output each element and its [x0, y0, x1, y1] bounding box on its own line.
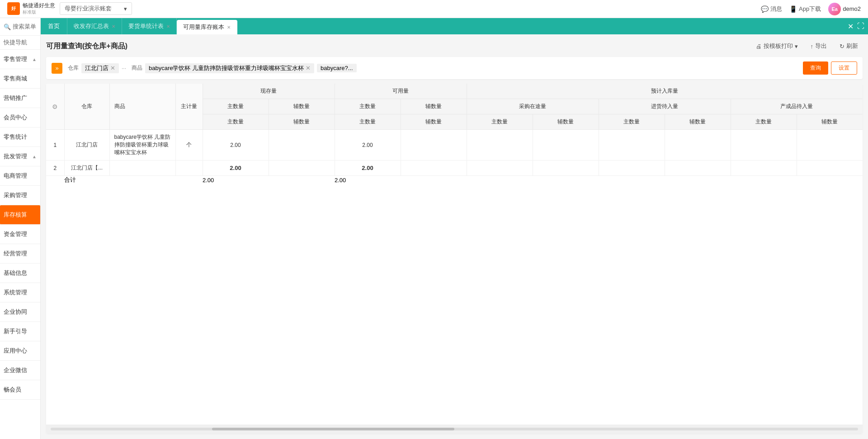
summary-label: 合计	[64, 176, 203, 184]
warehouse-tag[interactable]: 江北门店 ✕	[81, 63, 119, 73]
sidebar-item-purchase[interactable]: 采购管理	[0, 186, 40, 205]
sidebar-item-app-center[interactable]: 应用中心	[0, 341, 40, 361]
cell-avail-main-2: 2.00	[335, 160, 401, 176]
product-filter-group: 商品 babycare学饮杯 儿童防摔防撞吸管杯重力球吸嘴杯宝宝水杯 ✕ bab…	[132, 63, 357, 73]
refresh-btn[interactable]: ↻ 刷新	[835, 40, 863, 52]
product-tag2[interactable]: babycare?...	[317, 64, 357, 72]
th-stock-main: 主数量	[203, 99, 269, 114]
sidebar-item-ops[interactable]: 经营管理	[0, 244, 40, 264]
sidebar-item-inventory[interactable]: 库存核算	[0, 205, 40, 225]
page-content: 可用量查询(按仓库+商品) 🖨 按模板打印 ▾ ↑ 导出 ↻ 刷新	[41, 34, 868, 439]
message-action[interactable]: 💬 消息	[761, 5, 782, 13]
th-inb-aux: 辅数量	[665, 114, 731, 130]
cell-prod-aux-2	[797, 160, 863, 176]
sidebar-item-system[interactable]: 系统管理	[0, 283, 40, 302]
sidebar-item-ecom[interactable]: 电商管理	[0, 166, 40, 186]
header-left: 好 畅捷通好生意 标准版 母婴行业演示账套 ▾	[7, 2, 132, 15]
sidebar-item-new-guide[interactable]: 新手引导	[0, 322, 40, 341]
cell-pur-aux-2	[533, 160, 599, 176]
industry-selector[interactable]: 母婴行业演示账套 ▾	[60, 2, 132, 15]
sidebar-item-member[interactable]: 会员中心	[0, 108, 40, 127]
th-stock-aux: 辅数量	[269, 99, 335, 114]
th-pur-main: 主数量	[467, 114, 533, 130]
cell-avail-main-1: 2.00	[335, 130, 401, 160]
logo-sub: 标准版	[23, 9, 55, 15]
filter-actions: 查询 设置	[803, 61, 857, 75]
setting-btn[interactable]: 设置	[831, 61, 857, 75]
sidebar-search[interactable]: 🔍 搜索菜单	[0, 18, 40, 36]
sidebar-item-marketing[interactable]: 营销推广	[0, 89, 40, 108]
app-download-action[interactable]: 📱 App下载	[789, 5, 821, 13]
tab-receive-pay-label: 收发存汇总表	[74, 22, 109, 30]
warehouse-more[interactable]: ···	[122, 65, 126, 71]
product-tag1-remove[interactable]: ✕	[306, 65, 311, 71]
th-warehouse: 仓库	[64, 84, 109, 130]
tab-order-stats-label: 要货单统计表	[128, 22, 164, 30]
sidebar-item-retail-mall[interactable]: 零售商城	[0, 69, 40, 89]
sidebar-item-vip[interactable]: 畅会员	[0, 380, 40, 400]
tab-order-stats[interactable]: 要货单统计表 ✕	[122, 18, 177, 34]
tab-close-available-inventory[interactable]: ✕	[227, 25, 231, 30]
th-current-stock: 现存量	[203, 84, 335, 99]
th-avail-aux2: 辅数量	[401, 114, 467, 130]
tab-receive-pay[interactable]: 收发存汇总表 ✕	[67, 18, 122, 34]
print-template-btn[interactable]: 🖨 按模板打印 ▾	[751, 40, 802, 52]
print-label: 按模板打印	[764, 42, 793, 50]
table-scroll[interactable]: ⚙ 仓库 商品 主计量 现存量 可用量 预计入库量 主数量	[46, 84, 863, 425]
cell-inb-aux-2	[665, 160, 731, 176]
product-tag1[interactable]: babycare学饮杯 儿童防摔防撞吸管杯重力球吸嘴杯宝宝水杯 ✕	[145, 63, 314, 73]
tab-available-inventory[interactable]: 可用量库存账本 ✕	[177, 20, 237, 34]
sidebar-item-wholesale[interactable]: 批发管理 ▲	[0, 147, 40, 166]
th-prod-main: 主数量	[731, 114, 797, 130]
cell-unit-1: 个	[175, 130, 203, 160]
content-area: 首页 收发存汇总表 ✕ 要货单统计表 ✕ 可用量库存账本 ✕ ✕ ⛶	[41, 18, 868, 439]
summary-avail-aux	[401, 176, 467, 184]
chevron-down-print-icon: ▾	[795, 43, 798, 50]
th-stock-main2: 主数量	[203, 114, 269, 130]
page-title-bar: 可用量查询(按仓库+商品) 🖨 按模板打印 ▾ ↑ 导出 ↻ 刷新	[46, 40, 863, 52]
product-filter-label: 商品	[132, 64, 142, 72]
sidebar-label-ecom: 电商管理	[4, 172, 27, 180]
export-btn[interactable]: ↑ 导出	[806, 40, 832, 52]
sidebar-item-retail-mgmt[interactable]: 零售管理 ▲	[0, 50, 40, 69]
refresh-label: 刷新	[846, 42, 858, 50]
page-actions: 🖨 按模板打印 ▾ ↑ 导出 ↻ 刷新	[751, 40, 863, 52]
app-download-label: App下载	[799, 5, 821, 13]
tab-home-label: 首页	[48, 22, 60, 30]
warehouse-filter-group: 仓库 江北门店 ✕ ···	[68, 63, 126, 73]
tab-home[interactable]: 首页	[41, 18, 67, 34]
avatar: Ea	[828, 3, 841, 15]
cell-avail-aux-1	[401, 130, 467, 160]
th-avail-main: 主数量	[335, 99, 401, 114]
sidebar-quicknav[interactable]: 快捷导航	[0, 36, 40, 50]
scrollbar-track	[51, 428, 858, 430]
summary-prod-aux	[797, 176, 863, 184]
user-action[interactable]: Ea demo2	[828, 3, 861, 15]
sidebar-label-new-guide: 新手引导	[4, 327, 27, 335]
tab-close-order-stats[interactable]: ✕	[166, 24, 170, 29]
settings-icon[interactable]: ⚙	[51, 103, 60, 110]
sidebar-item-enterprise-collab[interactable]: 企业协同	[0, 302, 40, 322]
close-all-icon[interactable]: ✕	[848, 22, 854, 31]
sidebar-label-retail-mall: 零售商城	[4, 75, 27, 83]
sidebar-item-finance[interactable]: 资金管理	[0, 225, 40, 244]
tab-close-receive-pay[interactable]: ✕	[112, 24, 115, 29]
cell-inb-main-1	[599, 130, 665, 160]
search-icon: 🔍	[4, 24, 11, 30]
cell-product-1: babycare学饮杯 儿童防摔防撞吸管杯重力球吸嘴杯宝宝水杯	[109, 130, 175, 160]
sidebar-label-system: 系统管理	[4, 288, 27, 297]
filter-expand-btn[interactable]: »	[52, 63, 62, 74]
cell-warehouse-1: 江北门店	[64, 130, 109, 160]
query-btn[interactable]: 查询	[803, 61, 828, 75]
sidebar-item-basic[interactable]: 基础信息	[0, 264, 40, 283]
sidebar-item-retail-stats[interactable]: 零售统计	[0, 127, 40, 147]
cell-inb-main-2	[599, 160, 665, 176]
cell-unit-2	[175, 160, 203, 176]
warehouse-tag-remove[interactable]: ✕	[110, 65, 115, 71]
sidebar-item-enterprise-wechat[interactable]: 企业微信	[0, 361, 40, 380]
search-label: 搜索菜单	[13, 23, 36, 31]
maximize-icon[interactable]: ⛶	[857, 22, 864, 30]
app-icon: 📱	[789, 5, 797, 13]
bottom-scrollbar[interactable]	[46, 425, 863, 434]
main-container: 🔍 搜索菜单 快捷导航 零售管理 ▲ 零售商城 营销推广 会员中心 零售统计 批…	[0, 18, 868, 439]
